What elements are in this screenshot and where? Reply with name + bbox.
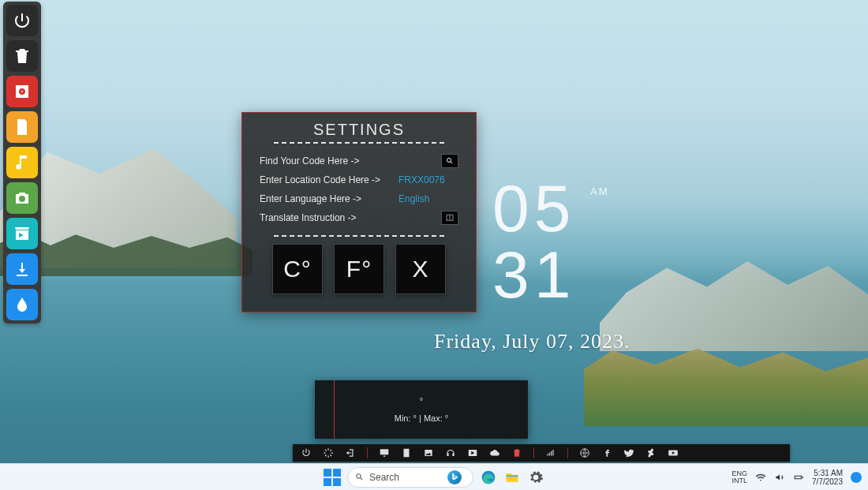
exit-icon[interactable] bbox=[345, 447, 356, 458]
power-icon[interactable] bbox=[301, 447, 312, 458]
volume-icon[interactable] bbox=[774, 472, 785, 483]
water-icon[interactable] bbox=[6, 289, 38, 320]
monitor-icon[interactable] bbox=[379, 447, 390, 458]
find-code-label: Find Your Code Here -> bbox=[260, 155, 394, 166]
twitter-icon[interactable] bbox=[623, 447, 634, 458]
location-code-label: Enter Location Code Here -> bbox=[260, 174, 394, 185]
clock-ampm: AM bbox=[590, 186, 609, 196]
loading-icon[interactable] bbox=[323, 447, 334, 458]
search-icon[interactable] bbox=[441, 154, 458, 168]
clock-tray[interactable]: 5:31 AM7/7/2023 bbox=[812, 469, 843, 486]
date-text: Friday, July 07, 2023. bbox=[434, 330, 630, 353]
clock-widget: 05 AM 31 bbox=[492, 175, 575, 308]
translate-label: Translate Instruction -> bbox=[260, 212, 394, 223]
explorer-icon[interactable] bbox=[503, 469, 521, 486]
wifi-icon[interactable] bbox=[755, 472, 766, 483]
battery-icon[interactable] bbox=[793, 472, 804, 483]
svg-line-4 bbox=[325, 450, 327, 451]
language-value[interactable]: English bbox=[398, 193, 429, 204]
left-dock bbox=[3, 2, 41, 324]
globe-icon[interactable] bbox=[579, 447, 590, 458]
settings-icon[interactable] bbox=[527, 469, 544, 486]
facebook-icon[interactable] bbox=[601, 447, 612, 458]
svg-line-5 bbox=[330, 454, 331, 456]
settings-title: SETTINGS bbox=[260, 121, 458, 139]
bing-icon[interactable] bbox=[447, 470, 462, 484]
download-icon[interactable] bbox=[6, 253, 38, 285]
document-icon[interactable] bbox=[6, 111, 38, 143]
divider bbox=[274, 142, 444, 144]
headphones-icon[interactable] bbox=[445, 447, 456, 458]
notepad-icon[interactable] bbox=[401, 447, 412, 458]
windows-taskbar: Search ENGINTL 5:31 AM7/7/2023 bbox=[0, 463, 868, 490]
celsius-button[interactable]: C° bbox=[273, 245, 322, 294]
edge-icon[interactable] bbox=[480, 469, 497, 486]
language-indicator[interactable]: ENGINTL bbox=[732, 470, 748, 484]
trash-icon[interactable] bbox=[6, 40, 38, 72]
power-icon[interactable] bbox=[6, 5, 38, 36]
weather-widget: ° Min: ° | Max: ° bbox=[315, 380, 528, 439]
separator bbox=[567, 447, 568, 458]
youtube-icon[interactable] bbox=[668, 447, 679, 458]
settings-panel: SETTINGS Find Your Code Here -> Enter Lo… bbox=[241, 112, 477, 312]
media-icon[interactable] bbox=[467, 447, 478, 458]
svg-line-6 bbox=[325, 454, 327, 456]
bottom-dock bbox=[293, 444, 790, 462]
video-icon[interactable] bbox=[6, 218, 38, 249]
clock-minutes: 31 bbox=[492, 241, 575, 308]
notification-icon[interactable] bbox=[851, 472, 862, 483]
gallery-icon[interactable] bbox=[423, 447, 434, 458]
close-button[interactable]: X bbox=[396, 245, 445, 294]
disk-icon[interactable] bbox=[6, 76, 38, 107]
language-label: Enter Language Here -> bbox=[260, 193, 394, 204]
search-placeholder: Search bbox=[369, 472, 399, 483]
deviantart-icon[interactable] bbox=[645, 447, 657, 458]
weather-minmax: Min: ° | Max: ° bbox=[395, 413, 449, 423]
camera-icon[interactable] bbox=[6, 182, 38, 214]
book-icon[interactable] bbox=[441, 211, 458, 225]
divider bbox=[274, 235, 444, 237]
trash-icon[interactable] bbox=[511, 447, 522, 458]
clock-hours: 05 bbox=[492, 175, 575, 241]
separator bbox=[367, 447, 368, 458]
svg-line-7 bbox=[330, 450, 331, 451]
separator bbox=[533, 447, 534, 458]
weather-temp: ° bbox=[420, 396, 423, 406]
start-button[interactable] bbox=[324, 469, 341, 486]
cloud-download-icon[interactable] bbox=[489, 447, 500, 458]
fahrenheit-button[interactable]: F° bbox=[335, 245, 383, 294]
music-icon[interactable] bbox=[6, 147, 38, 178]
bars-icon[interactable] bbox=[545, 447, 556, 458]
location-code-value[interactable]: FRXX0076 bbox=[398, 174, 445, 185]
search-box[interactable]: Search bbox=[347, 467, 473, 488]
